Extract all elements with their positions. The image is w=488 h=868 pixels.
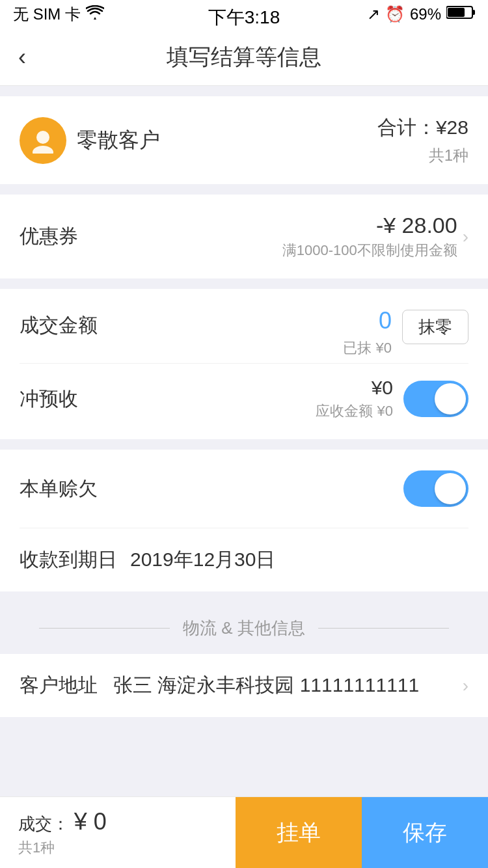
customer-left: 零散客户 <box>20 117 160 164</box>
nav-bar: ‹ 填写结算等信息 <box>0 29 488 86</box>
duedate-value: 2019年12月30日 <box>130 547 275 573</box>
prepay-toggle[interactable] <box>403 381 468 417</box>
coupon-row[interactable]: 优惠券 -¥ 28.00 满1000-100不限制使用金额 › <box>0 195 488 278</box>
svg-point-3 <box>36 131 49 144</box>
alarm-icon: ⏰ <box>385 5 405 23</box>
svg-rect-2 <box>448 8 465 17</box>
toggle-knob <box>435 383 466 414</box>
debt-label: 本单赊欠 <box>20 476 98 502</box>
coupon-section: 优惠券 -¥ 28.00 满1000-100不限制使用金额 › <box>0 195 488 278</box>
debt-toggle-knob <box>435 473 466 504</box>
svg-rect-1 <box>472 10 475 15</box>
address-label: 客户地址 <box>20 672 98 699</box>
coupon-discount: -¥ 28.00 <box>282 213 457 238</box>
location-icon: ↗ <box>367 5 380 23</box>
battery-label: 69% <box>410 5 441 23</box>
status-right: ↗ ⏰ 69% <box>367 5 475 23</box>
prepay-amount-wrap: ¥0 应收金额 ¥0 <box>316 377 393 421</box>
round-zero-button[interactable]: 抹零 <box>402 310 468 344</box>
deal-amount: 0 已抹 ¥0 <box>343 307 392 358</box>
prepay-row: 冲预收 ¥0 应收金额 ¥0 <box>0 364 488 439</box>
logistics-header: 物流 & 其他信息 <box>0 602 488 654</box>
bottom-deal-amount: ¥ 0 <box>74 808 107 835</box>
svg-point-4 <box>33 146 53 154</box>
content-area: 零散客户 合计：¥28 共1种 优惠券 -¥ 28.00 满1000-100不限… <box>0 96 488 806</box>
bottom-count: 共1种 <box>18 838 217 858</box>
status-left: 无 SIM 卡 <box>13 4 104 25</box>
customer-avatar <box>20 117 66 164</box>
coupon-label: 优惠券 <box>20 223 78 250</box>
chevron-right-icon: › <box>463 226 468 247</box>
address-value: 张三 海淀永丰科技园 11111111111 <box>113 672 463 699</box>
customer-section: 零散客户 合计：¥28 共1种 <box>0 96 488 184</box>
customer-name: 零散客户 <box>77 126 160 155</box>
debt-toggle[interactable] <box>403 470 468 507</box>
debt-row: 本单赊欠 <box>0 450 488 528</box>
bottom-summary: 成交： ¥ 0 共1种 <box>0 808 236 858</box>
deal-label: 成交金额 <box>20 307 98 339</box>
carrier-label: 无 SIM 卡 <box>13 4 81 25</box>
duedate-row: 收款到期日 2019年12月30日 <box>0 528 488 591</box>
deal-subtotal: 已抹 ¥0 <box>343 338 392 358</box>
coupon-right: -¥ 28.00 满1000-100不限制使用金额 › <box>282 213 468 260</box>
deal-section: 成交金额 0 已抹 ¥0 抹零 冲预收 ¥0 应收金额 ¥0 <box>0 289 488 439</box>
address-section: 客户地址 张三 海淀永丰科技园 11111111111 › <box>0 654 488 717</box>
logistics-title: 物流 & 其他信息 <box>170 617 318 640</box>
deal-value: 0 <box>343 307 392 334</box>
status-time: 下午3:18 <box>208 5 280 30</box>
prepay-right: ¥0 应收金额 ¥0 <box>316 377 468 421</box>
nav-title: 填写结算等信息 <box>167 42 321 72</box>
prepay-receivable: 应收金额 ¥0 <box>316 401 393 421</box>
bottom-deal-row: 成交： ¥ 0 <box>18 808 217 835</box>
deal-row: 成交金额 0 已抹 ¥0 抹零 <box>0 289 488 363</box>
coupon-value-wrap: -¥ 28.00 满1000-100不限制使用金额 <box>282 213 457 260</box>
customer-right: 合计：¥28 共1种 <box>377 115 468 166</box>
wifi-icon <box>86 5 104 23</box>
bottom-bar: 成交： ¥ 0 共1种 挂单 保存 <box>0 796 488 868</box>
prepay-value: ¥0 <box>316 377 393 399</box>
prepay-label: 冲预收 <box>20 386 78 413</box>
duedate-label: 收款到期日 <box>20 547 117 573</box>
bottom-deal-label: 成交： <box>18 814 69 834</box>
customer-count: 共1种 <box>377 145 468 166</box>
debt-section: 本单赊欠 收款到期日 2019年12月30日 <box>0 450 488 591</box>
back-button[interactable]: ‹ <box>18 44 26 71</box>
customer-total: 合计：¥28 <box>377 115 468 141</box>
save-button[interactable]: 保存 <box>362 797 488 869</box>
battery-icon <box>446 5 475 23</box>
status-bar: 无 SIM 卡 下午3:18 ↗ ⏰ 69% <box>0 0 488 29</box>
address-row[interactable]: 客户地址 张三 海淀永丰科技园 11111111111 › <box>0 654 488 717</box>
customer-row: 零散客户 合计：¥28 共1种 <box>0 96 488 184</box>
deal-right: 0 已抹 ¥0 抹零 <box>343 307 468 358</box>
address-chevron-icon: › <box>463 675 468 696</box>
hang-button[interactable]: 挂单 <box>236 797 362 869</box>
coupon-desc: 满1000-100不限制使用金额 <box>282 241 457 260</box>
